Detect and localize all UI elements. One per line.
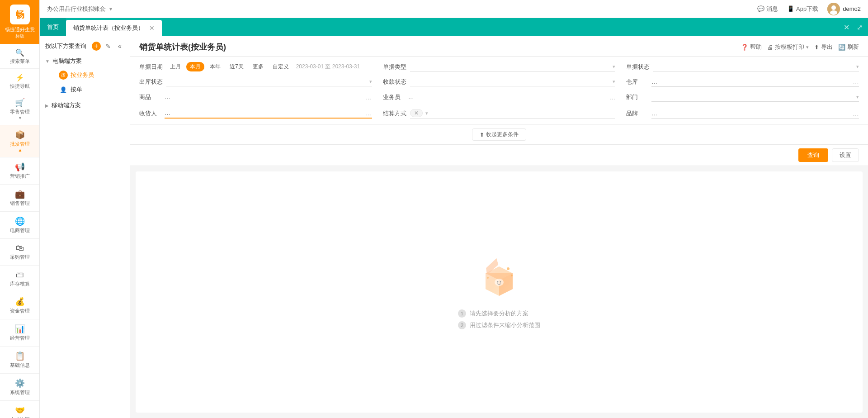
basic-label: 基础信息 [10,362,30,369]
add-scheme-btn[interactable]: + [92,42,101,51]
svg-point-10 [495,279,504,286]
svg-point-11 [497,281,499,282]
payment-filter-item: 收款状态 ▾ [383,77,616,87]
app-download-btn[interactable]: 📱 App下载 [787,5,818,13]
sidebar-item-basic[interactable]: 📋 基础信息 [0,347,39,374]
user-name: demo2 [843,5,861,12]
scheme-by-salesperson[interactable]: 按 按业务员 [53,68,130,82]
sidebar-item-inventory[interactable]: 🗃 库存核算 [0,266,39,292]
svg-point-1 [831,5,836,10]
date-this-year-btn[interactable]: 本年 [206,62,224,71]
filter-row-3: 商品 … 业务员 … [139,92,859,102]
payment-arrow-icon: ▾ [613,79,615,85]
dept-select[interactable]: ▾ [651,93,859,102]
collapse-panel-btn[interactable]: « [115,42,124,51]
help-label: 帮助 [750,43,762,51]
refresh-icon: 🔄 [838,44,845,51]
tip-2-text: 用过滤条件来缩小分析范围 [470,321,540,329]
quick-nav-label: 快捷导航 [10,83,30,90]
receiver-input[interactable] [165,108,372,119]
date-more-btn[interactable]: 更多 [249,62,267,71]
doc-type-label: 单据类型 [383,63,406,71]
sidebar-item-ecommerce[interactable]: 🌐 电商管理 [0,212,39,239]
warehouse-label: 仓库 [626,78,648,86]
brand-dots-icon[interactable]: … [853,110,859,117]
message-btn[interactable]: 💬 消息 [757,5,778,13]
sidebar-search[interactable]: 🔍 搜索菜单 [0,44,39,69]
scheme-by-order[interactable]: 👤 按单 [53,82,130,97]
add-scheme-icon: + [94,42,98,50]
sidebar-item-system[interactable]: ⚙️ 系统管理 [0,374,39,401]
receiver-label: 收货人 [139,109,161,118]
goods-dots-icon[interactable]: … [366,94,372,101]
sidebar-item-operations[interactable]: 📊 经营管理 [0,319,39,347]
edit-scheme-btn[interactable]: ✎ [104,42,113,51]
empty-tip-2: 2 用过滤条件来缩小分析范围 [458,321,540,329]
sidebar-item-wholesale[interactable]: 📦 批发管理 ▲ [0,125,39,157]
logo-icon: 畅 [10,5,30,24]
tab-home[interactable]: 首页 [40,18,66,36]
user-info[interactable]: demo2 [827,3,861,15]
sidebar: 畅 畅捷通好生意 标版 🔍 搜索菜单 ⚡ 快捷导航 🛒 零售管理 ▼ 📦 批发管… [0,0,40,418]
out-status-select[interactable]: ▾ [166,77,372,86]
sidebar-item-enterprise[interactable]: 🤝 企业协同 [0,401,39,418]
salesperson-dots-icon[interactable]: … [609,94,615,101]
sidebar-quick-nav[interactable]: ⚡ 快捷导航 [0,69,39,93]
query-btn[interactable]: 查询 [798,148,828,162]
brand-input[interactable] [651,109,859,119]
settlement-arrow-icon: ▾ [425,110,428,116]
svg-point-12 [500,281,501,282]
doc-status-control: ▾ [653,62,859,71]
tab-sales-close-icon[interactable]: ✕ [149,24,155,32]
date-custom-btn[interactable]: 自定义 [269,62,292,71]
purchase-icon: 🛍 [16,243,24,253]
tree-desktop[interactable]: ▼ 电脑端方案 [40,54,130,68]
sidebar-item-sales[interactable]: 💼 销售管理 [0,185,39,212]
warehouse-dots-icon[interactable]: … [853,78,859,86]
message-icon: 💬 [757,5,764,12]
settlement-select[interactable]: ▾ [425,110,616,116]
sidebar-item-finance[interactable]: 💰 资金管理 [0,292,39,319]
inventory-label: 库存核算 [10,280,30,287]
collapse-btn[interactable]: ⬆ 收起更多条件 [472,128,526,141]
date-this-month-btn[interactable]: 本月 [186,62,204,71]
date-7days-btn[interactable]: 近7天 [226,62,247,71]
date-last-month-btn[interactable]: 上月 [166,62,184,71]
tab-close-all-icon[interactable]: ✕ [842,21,851,33]
sidebar-item-purchase[interactable]: 🛍 采购管理 [0,239,39,266]
date-range-text: 2023-03-01 至 2023-03-31 [296,63,360,71]
tab-sales-report[interactable]: 销货单统计表（按业务员） ✕ [66,20,162,36]
salesperson-input[interactable] [408,92,616,102]
left-panel-header: 按以下方案查询 + ✎ « [40,42,130,54]
dept-arrow-icon: ▾ [856,94,859,100]
goods-input[interactable] [165,92,372,102]
sidebar-item-retail[interactable]: 🛒 零售管理 ▼ [0,93,39,125]
top-bar-dropdown-icon[interactable]: ▾ [109,6,112,12]
finance-icon: 💰 [15,297,25,307]
mobile-arrow-icon: ▶ [45,103,49,108]
settings-btn[interactable]: 设置 [832,148,859,162]
sidebar-item-marketing[interactable]: 📢 营销推广 [0,157,39,185]
tab-bar-actions: ✕ ⤢ [842,21,868,33]
doc-status-arrow-icon: ▾ [856,64,859,70]
doc-status-select[interactable]: ▾ [653,62,859,71]
tree-mobile[interactable]: ▶ 移动端方案 [40,99,130,112]
tip-1-text: 请先选择要分析的方案 [470,309,528,318]
tab-maximize-icon[interactable]: ⤢ [855,21,864,33]
enterprise-icon: 🤝 [15,405,25,415]
settlement-tag-close-icon[interactable]: ✕ [414,110,419,116]
message-label: 消息 [766,5,778,13]
print-btn[interactable]: 🖨 按模板打印 ▾ [767,43,809,51]
payment-select[interactable]: ▾ [410,77,616,86]
warehouse-input[interactable] [651,77,859,87]
refresh-label: 刷新 [847,43,859,51]
help-btn[interactable]: ❓ 帮助 [741,43,762,51]
app-logo[interactable]: 畅 畅捷通好生意 标版 [0,0,39,44]
doc-status-filter-item: 单据状态 ▾ [626,62,859,71]
mobile-label: 移动端方案 [52,101,81,109]
receiver-dots-icon[interactable]: … [366,109,372,117]
refresh-btn[interactable]: 🔄 刷新 [838,43,859,51]
export-btn[interactable]: ⬆ 导出 [814,43,833,51]
doc-type-select[interactable]: ▾ [410,62,616,71]
basic-icon: 📋 [15,351,25,361]
